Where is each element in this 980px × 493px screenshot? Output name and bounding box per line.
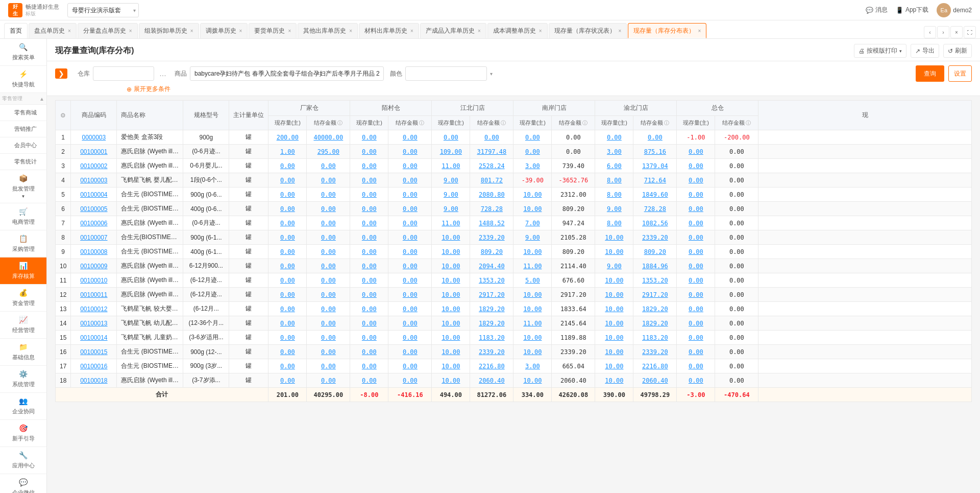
table-cell[interactable]: 0.00 xyxy=(307,159,350,173)
table-cell[interactable]: 10.00 xyxy=(595,316,633,331)
table-cell[interactable]: 0.00 xyxy=(350,230,388,245)
table-cell[interactable]: 0.00 xyxy=(388,288,432,302)
cell-nanan-amt[interactable]: 665.04 xyxy=(552,359,595,373)
table-cell[interactable]: 1353.20 xyxy=(633,273,677,288)
table-cell[interactable]: 10.00 xyxy=(595,331,633,345)
total-info-icon[interactable]: ⓘ xyxy=(746,120,751,126)
table-cell[interactable]: 2080.80 xyxy=(470,187,513,202)
table-cell[interactable]: 0.00 xyxy=(350,288,388,302)
cell-total-qty[interactable]: 0.00 xyxy=(677,302,715,316)
tab-close-inventory-count[interactable]: × xyxy=(68,28,71,34)
table-cell[interactable]: 0.00 xyxy=(350,359,388,373)
table-cell[interactable]: 10.00 xyxy=(595,230,633,245)
gear-icon[interactable]: ⚙ xyxy=(60,112,66,119)
table-cell[interactable]: 0.00 xyxy=(350,159,388,173)
refresh-btn[interactable]: ↺ 刷新 xyxy=(943,44,972,58)
warehouse-input[interactable] xyxy=(93,66,154,81)
cell-total-amt[interactable]: 0.00 xyxy=(715,302,758,316)
table-cell[interactable]: 0.00 xyxy=(268,245,307,259)
table-cell[interactable]: 10.00 xyxy=(595,288,633,302)
tab-material-out[interactable]: 材料出库单历史 × xyxy=(359,23,419,38)
table-cell[interactable]: 109.00 xyxy=(432,145,470,159)
expand-conditions-btn[interactable]: ⊕ 展开更多条件 xyxy=(127,85,972,93)
cell-nanan-amt[interactable]: 2105.28 xyxy=(552,230,595,245)
sidebar-item-ecommerce[interactable]: 🛒 电商管理 xyxy=(0,203,46,230)
cell-nanan-qty[interactable]: 7.00 xyxy=(513,216,552,230)
table-cell[interactable]: 0.00 xyxy=(388,302,432,316)
cell-nanan-qty[interactable]: 10.00 xyxy=(513,288,552,302)
tab-expand-btn[interactable]: ⛶ xyxy=(964,26,976,38)
table-cell[interactable]: 0.00 xyxy=(350,331,388,345)
table-cell[interactable]: 0.00 xyxy=(350,316,388,331)
table-cell[interactable]: 0.00 xyxy=(307,302,350,316)
cell-total-amt[interactable]: 0.00 xyxy=(715,273,758,288)
tab-close-product-in[interactable]: × xyxy=(478,28,481,34)
table-cell[interactable]: 0.00 xyxy=(388,345,432,359)
table-cell[interactable]: 31797.48 xyxy=(470,145,513,159)
cell-nanan-amt[interactable]: 2114.40 xyxy=(552,259,595,273)
table-cell[interactable]: 9.00 xyxy=(595,259,633,273)
table-cell[interactable]: 10.00 xyxy=(595,359,633,373)
cell-total-amt[interactable]: 0.00 xyxy=(715,288,758,302)
cell-code[interactable]: 00100009 xyxy=(71,259,117,273)
table-cell[interactable]: 875.16 xyxy=(633,145,677,159)
table-cell[interactable]: 728.28 xyxy=(633,202,677,216)
table-cell[interactable]: 0.00 xyxy=(307,187,350,202)
cell-nanan-amt[interactable]: 1833.64 xyxy=(552,302,595,316)
cell-total-qty[interactable]: 0.00 xyxy=(677,145,715,159)
table-cell[interactable]: 0.00 xyxy=(388,359,432,373)
cell-total-qty[interactable]: 0.00 xyxy=(677,187,715,202)
table-cell[interactable]: 0.00 xyxy=(307,331,350,345)
cell-nanan-qty[interactable]: 10.00 xyxy=(513,202,552,216)
table-cell[interactable]: 2339.20 xyxy=(470,230,513,245)
cell-nanan-qty[interactable]: 3.00 xyxy=(513,359,552,373)
table-cell[interactable]: 1829.20 xyxy=(633,302,677,316)
table-cell[interactable]: 2216.80 xyxy=(633,359,677,373)
nanan-info-icon[interactable]: ⓘ xyxy=(582,120,587,126)
table-cell[interactable]: 0.00 xyxy=(307,230,350,245)
tab-assemble[interactable]: 组装拆卸单历史 × xyxy=(139,23,199,38)
table-cell[interactable]: 0.00 xyxy=(388,159,432,173)
table-cell[interactable]: 0.00 xyxy=(388,259,432,273)
table-cell[interactable]: 2339.20 xyxy=(633,230,677,245)
table-cell[interactable]: 0.00 xyxy=(388,202,432,216)
cell-code[interactable]: 00100014 xyxy=(71,331,117,345)
sidebar-item-system[interactable]: ⚙️ 系统管理 xyxy=(0,366,46,393)
cell-nanan-amt[interactable]: -3652.76 xyxy=(552,173,595,187)
table-cell[interactable]: 295.00 xyxy=(307,145,350,159)
table-cell[interactable]: 8.00 xyxy=(595,216,633,230)
table-cell[interactable]: 0.00 xyxy=(268,216,307,230)
table-cell[interactable]: 10.00 xyxy=(432,259,470,273)
table-cell[interactable]: 0.00 xyxy=(307,259,350,273)
logo-area[interactable]: 好生 畅捷通好生意 标版 xyxy=(8,3,59,17)
sidebar-item-collab[interactable]: 👥 企业协同 xyxy=(0,393,46,420)
cell-total-amt[interactable]: 0.00 xyxy=(715,202,758,216)
cell-code[interactable]: 00100006 xyxy=(71,216,117,230)
sidebar-item-guide[interactable]: 🎯 新手引导 xyxy=(0,420,46,447)
cell-code[interactable]: 00100001 xyxy=(71,145,117,159)
table-cell[interactable]: 10.00 xyxy=(595,302,633,316)
table-cell[interactable]: 0.00 xyxy=(350,373,388,388)
table-cell[interactable]: 0.00 xyxy=(268,159,307,173)
table-cell[interactable]: 1829.20 xyxy=(470,316,513,331)
table-cell[interactable]: 10.00 xyxy=(432,345,470,359)
table-cell[interactable]: 10.00 xyxy=(595,245,633,259)
table-cell[interactable]: 0.00 xyxy=(268,359,307,373)
cell-total-qty[interactable]: 0.00 xyxy=(677,373,715,388)
cell-total-amt[interactable]: 0.00 xyxy=(715,331,758,345)
table-cell[interactable]: 200.00 xyxy=(268,130,307,145)
table-cell[interactable]: 1829.20 xyxy=(633,316,677,331)
table-cell[interactable]: 0.00 xyxy=(388,373,432,388)
cell-nanan-amt[interactable]: 2312.00 xyxy=(552,187,595,202)
table-cell[interactable]: 10.00 xyxy=(432,273,470,288)
cell-total-qty[interactable]: 0.00 xyxy=(677,259,715,273)
table-cell[interactable]: 0.00 xyxy=(307,216,350,230)
table-cell[interactable]: 0.00 xyxy=(307,345,350,359)
cell-total-qty[interactable]: 0.00 xyxy=(677,359,715,373)
cell-total-amt[interactable]: 0.00 xyxy=(715,245,758,259)
cell-code[interactable]: 00100011 xyxy=(71,288,117,302)
table-cell[interactable]: 1.00 xyxy=(268,145,307,159)
cell-nanan-qty[interactable]: -39.00 xyxy=(513,173,552,187)
cell-nanan-amt[interactable]: 809.20 xyxy=(552,202,595,216)
table-cell[interactable]: 1379.04 xyxy=(633,159,677,173)
